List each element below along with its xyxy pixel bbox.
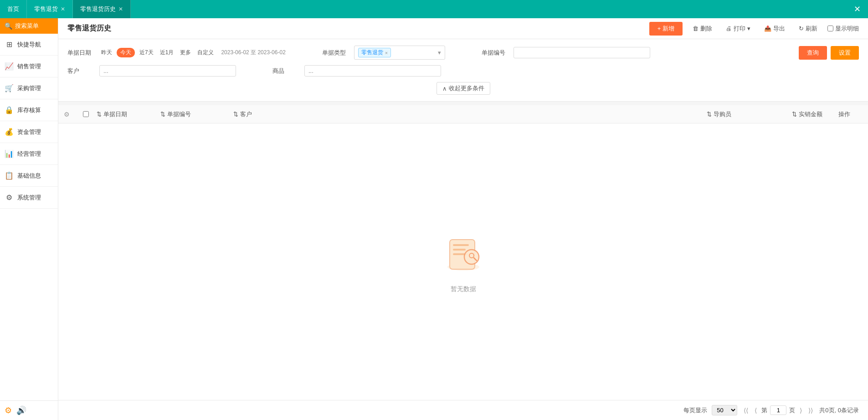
top-bar: 首页 零售退货 ✕ 零售退货历史 ✕ ✕: [0, 0, 868, 18]
sidebar-search[interactable]: 🔍 搜索菜单: [0, 18, 58, 34]
sidebar: 🔍 搜索菜单 ⊞ 快捷导航 📈 销售管理 🛒 采购管理 🔒 库存核算 💰 资金管…: [0, 18, 58, 420]
tab-retail-return[interactable]: 零售退货 ✕: [27, 0, 73, 18]
total-info: 共0页, 0条记录: [819, 406, 859, 415]
sidebar-item-finance[interactable]: 💰 资金管理: [0, 121, 58, 143]
sidebar-item-operations[interactable]: 📊 经营管理: [0, 143, 58, 165]
print-button[interactable]: 🖨 打印 ▾: [722, 23, 754, 35]
date-label: 单据日期: [67, 49, 99, 57]
sidebar-item-purchase-mgmt-label: 采购管理: [17, 84, 41, 92]
filter-row-1: 单据日期 昨天 今天 近7天 近1月 更多 自定义 2023-06-02 至 2…: [67, 46, 859, 60]
goods-label: 商品: [272, 67, 304, 75]
svg-rect-2: [453, 244, 469, 246]
date-option-today[interactable]: 今天: [117, 48, 135, 57]
table-footer: 每页显示 50 100 200 ⟨⟨ ⟨ 第 页 ⟩ ⟩⟩ 共0页, 0条记录: [58, 400, 868, 420]
prev-page-button[interactable]: ⟨: [753, 406, 759, 415]
query-button[interactable]: + 新增: [649, 22, 683, 36]
tab-retail-return-history[interactable]: 零售退货历史 ✕: [73, 0, 131, 18]
delete-button[interactable]: 🗑 删除: [689, 23, 716, 35]
search-icon: 🔍: [5, 22, 12, 30]
number-input[interactable]: [514, 47, 650, 58]
filter-row-2: 客户 商品: [67, 65, 859, 77]
operations-icon: 📊: [5, 149, 14, 158]
table-select-all[interactable]: [78, 111, 93, 117]
tab-retail-return-history-close[interactable]: ✕: [118, 6, 123, 12]
table-settings-icon[interactable]: ⚙: [64, 111, 78, 118]
sidebar-search-label: 搜索菜单: [15, 22, 39, 30]
date-option-1month[interactable]: 近1月: [158, 48, 176, 57]
empty-state: 暂无数据: [58, 123, 868, 400]
page-size-select[interactable]: 50 100 200: [712, 405, 737, 415]
volume-bottom-icon[interactable]: 🔊: [16, 405, 26, 415]
type-select[interactable]: 零售退货 × ▾: [354, 46, 445, 60]
print-icon: 🖨: [726, 25, 732, 32]
date-option-yesterday[interactable]: 昨天: [99, 48, 114, 57]
refresh-button[interactable]: ↻ 刷新: [795, 23, 821, 35]
search-button[interactable]: 查询: [799, 46, 827, 60]
sidebar-item-operations-label: 经营管理: [17, 150, 41, 158]
first-page-button[interactable]: ⟨⟨: [742, 406, 750, 415]
sort-icon-date: ⇅: [97, 111, 102, 118]
svg-point-5: [464, 250, 479, 264]
delete-label: 删除: [700, 25, 712, 33]
date-option-more[interactable]: 更多: [178, 48, 193, 57]
sidebar-item-quick-nav[interactable]: ⊞ 快捷导航: [0, 34, 58, 56]
tab-home-label: 首页: [7, 5, 19, 13]
sidebar-item-inventory[interactable]: 🔒 库存核算: [0, 99, 58, 121]
sidebar-item-system-mgmt[interactable]: ⚙ 系统管理: [0, 187, 58, 209]
sidebar-item-sales-mgmt-label: 销售管理: [17, 62, 41, 71]
sidebar-item-inventory-label: 库存核算: [17, 106, 41, 114]
system-mgmt-icon: ⚙: [5, 193, 14, 202]
settings-button[interactable]: 设置: [831, 46, 859, 60]
type-label: 单据类型: [322, 49, 354, 57]
export-button[interactable]: 📤 导出: [760, 23, 789, 35]
export-label: 导出: [773, 25, 785, 33]
show-detail-checkbox[interactable]: 显示明细: [827, 25, 859, 33]
customer-label: 客户: [67, 67, 99, 75]
type-select-arrow: ▾: [438, 49, 441, 56]
settings-bottom-icon[interactable]: ⚙: [5, 405, 12, 415]
finance-icon: 💰: [5, 128, 14, 136]
type-tag-close[interactable]: ×: [385, 50, 388, 56]
sidebar-item-purchase-mgmt[interactable]: 🛒 采购管理: [0, 77, 58, 99]
pagination-nav: ⟨⟨ ⟨ 第 页 ⟩ ⟩⟩: [742, 405, 815, 415]
empty-illustration: [441, 230, 486, 278]
next-page-button[interactable]: ⟩: [798, 406, 804, 415]
col-header-amount[interactable]: ⇅ 实销金额: [771, 110, 826, 118]
refresh-icon: ↻: [799, 25, 804, 32]
col-header-guide[interactable]: ⇅ 导购员: [703, 110, 771, 118]
page-label-post: 页: [789, 406, 795, 415]
customer-input[interactable]: [99, 65, 236, 77]
select-all-checkbox[interactable]: [83, 111, 89, 117]
tab-retail-return-close[interactable]: ✕: [61, 6, 65, 12]
type-tag: 零售退货 ×: [358, 48, 391, 57]
refresh-label: 刷新: [806, 25, 817, 33]
sort-icon-number: ⇅: [160, 111, 165, 118]
show-detail-label: 显示明细: [835, 25, 859, 33]
sales-mgmt-icon: 📈: [5, 62, 14, 71]
sidebar-item-quick-nav-label: 快捷导航: [17, 41, 41, 49]
col-guide-label: 导购员: [714, 110, 731, 118]
col-header-date[interactable]: ⇅ 单据日期: [93, 110, 157, 118]
print-label: 打印: [734, 25, 745, 33]
collapse-icon: ∧: [442, 85, 447, 92]
sidebar-item-basic-info[interactable]: 📋 基础信息: [0, 165, 58, 187]
date-option-7days[interactable]: 近7天: [138, 48, 155, 57]
basic-info-icon: 📋: [5, 171, 14, 180]
tab-retail-return-label: 零售退货: [34, 5, 58, 13]
last-page-button[interactable]: ⟩⟩: [806, 406, 815, 415]
col-number-label: 单据编号: [167, 110, 191, 118]
sidebar-item-sales-mgmt[interactable]: 📈 销售管理: [0, 56, 58, 77]
page-number-input[interactable]: [770, 405, 786, 415]
col-header-customer[interactable]: ⇅ 客户: [230, 110, 703, 118]
collapse-filter-button[interactable]: ∧ 收起更多条件: [437, 82, 490, 95]
tab-retail-return-history-label: 零售退货历史: [80, 5, 116, 13]
type-tag-value: 零售退货: [361, 49, 383, 56]
window-close-button[interactable]: ✕: [847, 4, 868, 14]
show-detail-input[interactable]: [827, 26, 833, 31]
goods-input[interactable]: [304, 65, 441, 77]
tab-home[interactable]: 首页: [0, 0, 27, 18]
col-customer-label: 客户: [240, 110, 252, 118]
col-header-number[interactable]: ⇅ 单据编号: [157, 110, 230, 118]
date-range-display: 2023-06-02 至 2023-06-02: [221, 49, 285, 56]
date-option-custom[interactable]: 自定义: [195, 48, 216, 57]
